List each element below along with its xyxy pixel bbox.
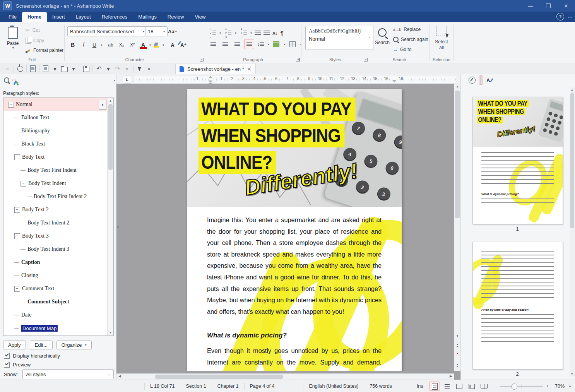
help-button[interactable]: ? bbox=[556, 13, 564, 21]
scroll-up-arrow[interactable]: ▲ bbox=[108, 99, 113, 103]
styles-tree-scrollbar[interactable]: ▲ ▼ bbox=[107, 98, 113, 336]
style-item-body-text-first-indent[interactable]: Body Text First Indent bbox=[3, 164, 108, 177]
right-indent-marker[interactable] bbox=[392, 79, 396, 83]
style-item-bibliography[interactable]: Bibliography bbox=[3, 124, 108, 137]
numbered-list-button[interactable]: 1 2 3 bbox=[224, 27, 231, 39]
document-tab-close-button[interactable]: ✕ bbox=[247, 66, 252, 72]
decrease-indent-button[interactable] bbox=[255, 31, 261, 36]
goto-button[interactable]: → Go to bbox=[393, 47, 411, 52]
collapse-toggle[interactable]: − bbox=[8, 102, 14, 108]
status-overflow-button[interactable]: » bbox=[568, 383, 571, 389]
close-button[interactable]: ✕ bbox=[557, 0, 575, 12]
bullet-list-button[interactable]: • • • bbox=[208, 27, 216, 39]
draft-view-button[interactable] bbox=[442, 382, 452, 391]
zoom-level[interactable]: 70% bbox=[555, 383, 565, 389]
page-setup-button[interactable] bbox=[29, 64, 37, 74]
collapse-toggle[interactable]: − bbox=[21, 181, 26, 187]
character-dialog-launcher[interactable] bbox=[200, 58, 204, 62]
scroll-left-arrow[interactable]: ◀ bbox=[118, 374, 121, 378]
undo-button[interactable]: ↶ bbox=[95, 64, 103, 74]
style-item-block-text[interactable]: Block Text bbox=[3, 137, 108, 151]
web-layout-view-button[interactable] bbox=[466, 382, 477, 391]
undo-caret[interactable]: ▾ bbox=[104, 64, 113, 74]
menu-tab-references[interactable]: References bbox=[96, 12, 133, 22]
paragraph-dialog-launcher[interactable] bbox=[296, 58, 300, 62]
toolbar-more-button[interactable]: » bbox=[145, 64, 153, 74]
highlight-caret[interactable]: ▾ bbox=[163, 43, 164, 47]
scroll-down-arrow[interactable]: ▼ bbox=[570, 372, 575, 376]
collapse-toggle[interactable]: − bbox=[14, 207, 20, 213]
touch-mode-button[interactable] bbox=[16, 64, 24, 74]
scrollbar-thumb[interactable] bbox=[108, 104, 113, 170]
maximize-button[interactable] bbox=[539, 0, 557, 12]
compass-icon[interactable] bbox=[469, 77, 476, 84]
bullet-list-caret[interactable]: ▾ bbox=[219, 31, 221, 35]
panel-search-icon[interactable] bbox=[4, 77, 9, 83]
page-thumbnail-2[interactable]: Price by time of day and season bbox=[472, 242, 563, 370]
font-name-select[interactable]: Bahnschrift SemiCondensed ▾ bbox=[67, 26, 147, 36]
horizontal-ruler[interactable]: 11234567891011121314151618 bbox=[133, 75, 456, 84]
replace-button[interactable]: a→b Replace bbox=[393, 27, 421, 32]
collapse-ribbon-button[interactable]: ︿ bbox=[568, 14, 573, 19]
panel-menu-button[interactable]: ▾ bbox=[114, 79, 115, 82]
display-hierarchically-checkbox[interactable] bbox=[4, 353, 10, 359]
page-thumbnail-1[interactable]: WHAT DO YOU PAY WHEN SHOPPING ONLINE? Di… bbox=[472, 97, 563, 224]
scrollbar-thumb[interactable] bbox=[570, 93, 574, 228]
style-item-date[interactable]: Date bbox=[3, 308, 108, 322]
style-item-body-text-indent-2[interactable]: Body Text Indent 2 bbox=[3, 216, 108, 229]
strikethrough-button[interactable]: ab bbox=[105, 40, 116, 50]
open-button[interactable] bbox=[60, 64, 68, 74]
multilevel-list-caret[interactable]: ▾ bbox=[250, 31, 252, 35]
font-edit-icon[interactable]: A bbox=[486, 77, 490, 83]
browse-object-button[interactable]: • bbox=[454, 351, 460, 356]
language-indicator[interactable]: English (United States) bbox=[303, 383, 364, 390]
print-layout-view-button[interactable] bbox=[429, 382, 440, 391]
change-case-button[interactable]: Aa ▾ bbox=[166, 26, 179, 36]
zoom-in-button[interactable]: + bbox=[546, 383, 549, 389]
style-item-balloon-text[interactable]: Balloon Text bbox=[3, 111, 108, 124]
font-color-button[interactable]: A bbox=[138, 40, 149, 50]
document-page[interactable]: 789456123 WHAT DO YOU PAY WHEN SHOPPING … bbox=[187, 89, 402, 371]
numbered-list-caret[interactable]: ▾ bbox=[235, 31, 236, 35]
shading-caret[interactable]: ▾ bbox=[284, 43, 286, 46]
thumbnails-view-button[interactable] bbox=[479, 75, 483, 85]
menu-tab-insert[interactable]: Insert bbox=[47, 12, 70, 22]
apply-button[interactable]: Apply bbox=[3, 341, 26, 349]
select-all-button[interactable]: Select all bbox=[430, 26, 453, 51]
show-styles-select[interactable]: All styles ⌄ bbox=[22, 369, 114, 379]
new-document-button[interactable] bbox=[41, 64, 50, 74]
style-item-body-text-3[interactable]: −Body Text 3 bbox=[3, 229, 108, 243]
line-spacing-button[interactable]: ↕ bbox=[256, 39, 265, 49]
menu-tab-review[interactable]: Review bbox=[162, 12, 190, 22]
select-tool-button[interactable] bbox=[135, 64, 144, 74]
collapse-toggle[interactable]: − bbox=[14, 286, 20, 292]
formatting-marks-button[interactable]: ¶ bbox=[281, 30, 284, 36]
style-item-body-text-indent[interactable]: −Body Text Indent bbox=[3, 177, 108, 190]
paste-dropdown-caret[interactable]: ▾ bbox=[5, 46, 22, 50]
character-style-button[interactable]: A bbox=[167, 40, 178, 50]
menu-tab-mailings[interactable]: Mailings bbox=[133, 12, 162, 22]
collapse-toggle[interactable]: − bbox=[14, 233, 20, 239]
paste-button[interactable]: Paste ▾ bbox=[4, 25, 22, 61]
fullscreen-view-button[interactable] bbox=[454, 382, 465, 391]
style-item-body-text-indent-3[interactable]: Body Text Indent 3 bbox=[3, 243, 108, 256]
style-item-body-text-2[interactable]: −Body Text 2 bbox=[3, 203, 108, 216]
justify-button[interactable] bbox=[244, 39, 254, 49]
sort-button[interactable]: A↕ bbox=[272, 31, 277, 36]
scrollbar-thumb[interactable] bbox=[455, 91, 460, 218]
organize-button[interactable]: Organize ▾ bbox=[56, 341, 92, 349]
scroll-down-arrow[interactable]: ▼ bbox=[108, 331, 113, 334]
document-canvas[interactable]: 789456123 WHAT DO YOU PAY WHEN SHOPPING … bbox=[116, 84, 454, 371]
align-left-button[interactable] bbox=[208, 39, 218, 49]
pages-panel-scrollbar[interactable]: ▲ ▼ bbox=[570, 87, 575, 377]
scroll-up-arrow[interactable]: ▲ bbox=[454, 85, 460, 88]
search-button[interactable]: Search bbox=[374, 27, 391, 45]
menu-tab-home[interactable]: Home bbox=[22, 12, 47, 22]
multilevel-list-button[interactable]: 1 a i bbox=[239, 27, 247, 39]
bold-button[interactable]: B bbox=[67, 40, 78, 50]
redo-button[interactable]: ↷ bbox=[113, 64, 122, 74]
underline-button[interactable]: U bbox=[89, 40, 100, 50]
word-count[interactable]: 756 words bbox=[364, 383, 397, 390]
style-gallery[interactable]: AaBbCcDdEeFfGgHhIiJj Normal ⌄ bbox=[305, 26, 373, 50]
style-item-document-map[interactable]: Document Map bbox=[3, 322, 108, 335]
